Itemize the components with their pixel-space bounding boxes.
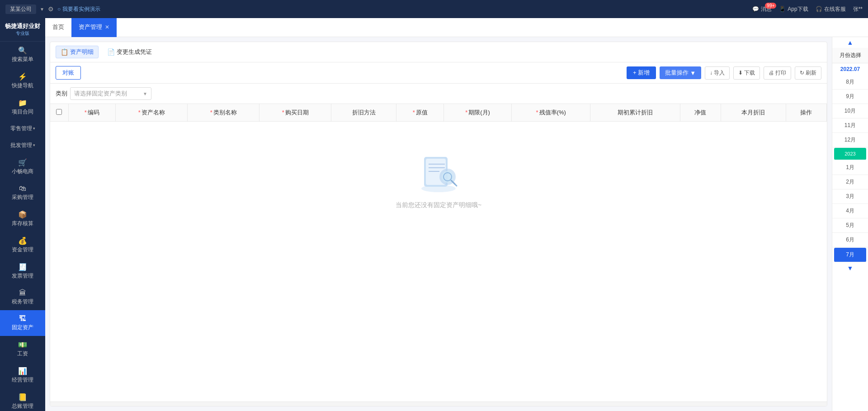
toolbar-left: 对账 <box>56 66 81 80</box>
company-dropdown-arrow[interactable]: ▼ <box>40 7 44 12</box>
month-nav-up: ▲ <box>832 37 868 48</box>
month-item[interactable]: 7月 <box>834 248 866 262</box>
app-icon: 📱 <box>779 6 786 12</box>
toolbar: 对账 + 新增 批量操作 ▼ ↓ 导入 ⬇ <box>50 62 827 84</box>
import-button[interactable]: ↓ 导入 <box>705 66 730 80</box>
month-item[interactable]: 11月 <box>832 118 868 133</box>
category-label: 类别 <box>56 90 67 98</box>
category-dropdown[interactable]: 请选择固定资产类别 ▼ <box>70 87 151 100</box>
sidebar-item-tax[interactable]: 🏛 税务管理 <box>0 284 45 310</box>
contract-icon: 📁 <box>18 99 27 107</box>
sidebar-item-quick-nav[interactable]: ⚡ 快捷导航 <box>0 68 45 94</box>
message-badge: 99+ <box>765 3 776 9</box>
month-item[interactable]: 3月 <box>832 189 868 204</box>
sidebar-item-operations[interactable]: 📊 经营管理 <box>0 362 45 388</box>
table-header-code: *编码 <box>68 104 116 122</box>
nav-icon: ⚡ <box>18 72 27 81</box>
table-header-row: *编码 *资产名称 *类别名称 *购买日期 <box>50 104 827 122</box>
table-header-monthly-depreciation: 本月折旧 <box>721 104 786 122</box>
select-all-checkbox[interactable] <box>56 109 62 115</box>
online-service-button[interactable]: 🎧 在线客服 <box>816 5 846 13</box>
wholesale-expand-arrow: ▾ <box>33 143 35 147</box>
add-button[interactable]: + 新增 <box>627 66 656 79</box>
tab-home[interactable]: 首页 <box>45 18 71 37</box>
bottom-scrollbar <box>50 402 827 406</box>
filter-bar: 类别 请选择固定资产类别 ▼ <box>50 84 827 104</box>
month-item[interactable]: 2月 <box>832 175 868 189</box>
reconcile-button[interactable]: 对账 <box>56 66 81 80</box>
ecommerce-icon: 🛒 <box>18 158 27 167</box>
user-info[interactable]: 张** <box>853 5 863 13</box>
sidebar-item-purchase[interactable]: 🛍 采购管理 <box>0 180 45 206</box>
empty-state: 当前您还没有固定资产明细哦~ <box>50 122 827 236</box>
tax-icon: 🏛 <box>19 289 26 297</box>
month-item[interactable]: 1月 <box>832 161 868 175</box>
sidebar-item-invoice[interactable]: 🧾 发票管理 <box>0 258 45 284</box>
tab-close-button[interactable]: ✕ <box>105 24 109 30</box>
ledger-icon: 📒 <box>18 393 27 402</box>
app-download-button[interactable]: 📱 App下载 <box>779 5 808 13</box>
message-button[interactable]: 💬 消息 99+ <box>752 5 772 13</box>
month-item[interactable]: 6月 <box>832 233 868 247</box>
sub-tab-asset-detail[interactable]: 📋 资产明细 <box>56 46 99 58</box>
sidebar-item-inventory[interactable]: 📦 库存核算 <box>0 206 45 232</box>
tab-bar: 首页 资产管理 ✕ <box>45 18 868 37</box>
print-icon: 🖨 <box>769 70 774 76</box>
top-bar-right: 💬 消息 99+ 📱 App下载 🎧 在线客服 张** <box>752 5 863 13</box>
search-icon: 🔍 <box>18 46 27 55</box>
sidebar-item-search[interactable]: 🔍 搜索菜单 <box>0 42 45 68</box>
month-item[interactable]: 10月 <box>832 104 868 118</box>
refresh-button[interactable]: ↻ 刷新 <box>795 66 821 80</box>
month-nav-down-button[interactable]: ▼ <box>844 264 856 273</box>
month-panel-header: 月份选择 <box>832 48 868 63</box>
fixed-assets-icon: 🏗 <box>19 315 26 323</box>
month-items-container: 8月9月10月11月12月20231月2月3月4月5月6月7月 <box>832 75 868 263</box>
tab-asset-management[interactable]: 资产管理 ✕ <box>71 18 117 37</box>
print-button[interactable]: 🖨 打印 <box>764 66 791 80</box>
table-header-category: *类别名称 <box>188 104 259 122</box>
month-item[interactable]: 12月 <box>832 133 868 147</box>
month-panel: ▲ 月份选择 2022.07 8月9月10月11月12月20231月2月3月4月… <box>832 37 868 411</box>
month-item[interactable]: 8月 <box>832 75 868 90</box>
category-filter: 类别 请选择固定资产类别 ▼ <box>56 87 151 100</box>
batch-button[interactable]: 批量操作 ▼ <box>660 66 701 79</box>
top-bar: 某某公司 ▼ ⚙ ○ 我要看实例演示 💬 消息 99+ 📱 App下载 🎧 在线… <box>0 0 868 18</box>
message-icon: 💬 <box>752 6 759 12</box>
category-dropdown-arrow: ▼ <box>143 91 147 96</box>
company-selector[interactable]: 某某公司 <box>5 5 36 14</box>
sub-tabs: 📋 资产明细 📄 变更生成凭证 <box>50 42 827 62</box>
sidebar-item-finance[interactable]: 💰 资金管理 <box>0 232 45 258</box>
download-button[interactable]: ⬇ 下载 <box>733 66 760 80</box>
month-item[interactable]: 4月 <box>832 204 868 218</box>
table-header-name: *资产名称 <box>116 104 188 122</box>
sidebar-item-wholesale[interactable]: 批发管理 ▾ <box>0 137 45 154</box>
inventory-icon: 📦 <box>18 210 27 219</box>
month-item[interactable]: 2023 <box>834 148 866 160</box>
sidebar-item-retail[interactable]: 零售管理 ▾ <box>0 120 45 137</box>
empty-icon <box>411 149 466 194</box>
month-item[interactable]: 5月 <box>832 218 868 233</box>
month-panel-year[interactable]: 2022.07 <box>832 63 868 75</box>
settings-icon[interactable]: ⚙ <box>48 5 54 13</box>
sidebar-item-ledger[interactable]: 📒 总账管理 <box>0 388 45 411</box>
sidebar-item-ecommerce[interactable]: 🛒 小畅电商 <box>0 154 45 180</box>
sidebar-item-project-contract[interactable]: 📁 项目合同 <box>0 94 45 120</box>
table-header-original-value: *原值 <box>396 104 444 122</box>
import-icon: ↓ <box>710 70 712 76</box>
table-header-purchase-date: *购买日期 <box>259 104 331 122</box>
table-header-net-value: 净值 <box>680 104 721 122</box>
sidebar: 畅捷通好业财 专业版 🔍 搜索菜单 ⚡ 快捷导航 📁 项目合同 零售管理 ▾ 批… <box>0 18 45 411</box>
refresh-icon: ↻ <box>800 70 804 76</box>
asset-detail-icon: 📋 <box>61 48 68 56</box>
month-item[interactable]: 9月 <box>832 90 868 104</box>
table-header-depreciation-method: 折旧方法 <box>331 104 396 122</box>
sub-tab-change-voucher[interactable]: 📄 变更生成凭证 <box>102 46 157 58</box>
demo-link[interactable]: ○ 我要看实例演示 <box>57 5 100 13</box>
month-nav-up-button[interactable]: ▲ <box>844 38 856 47</box>
empty-text: 当前您还没有固定资产明细哦~ <box>396 201 481 209</box>
sidebar-logo: 畅捷通好业财 专业版 <box>0 18 45 42</box>
sidebar-item-fixed-assets[interactable]: 🏗 固定资产 <box>0 310 45 336</box>
asset-table: *编码 *资产名称 *类别名称 *购买日期 <box>50 104 827 122</box>
content-area: 首页 资产管理 ✕ 📋 资产明细 📄 变更生成凭证 <box>45 18 868 411</box>
sidebar-item-salary[interactable]: 💵 工资 <box>0 336 45 362</box>
